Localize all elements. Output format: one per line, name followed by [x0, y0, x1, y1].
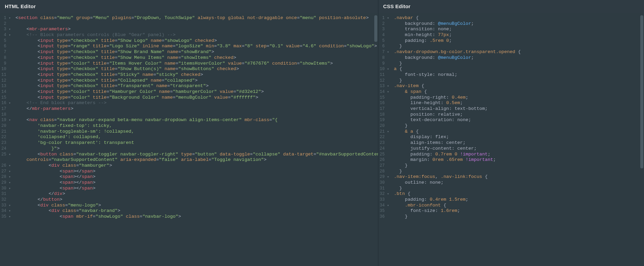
html-editor-panel: HTML Editor 1▾ 2 3▾ 4▾ 5 6 7 8 9 10 11 1… — [0, 0, 378, 266]
html-editor-title: HTML Editor — [0, 0, 378, 13]
css-editor-panel: CSS Editor 1▾ 2 3 4 5 6 7▾ 8 9 10▾11 12 … — [378, 0, 644, 266]
css-scrollbar-thumb[interactable] — [640, 15, 643, 168]
html-scrollbar[interactable] — [374, 15, 377, 264]
workspace: HTML Editor 1▾ 2 3▾ 4▾ 5 6 7 8 9 10 11 1… — [0, 0, 644, 266]
css-editor-area[interactable]: 1▾ 2 3 4 5 6 7▾ 8 9 10▾11 12 13▾14▾15 16… — [378, 13, 644, 266]
css-editor-title: CSS Editor — [378, 0, 644, 13]
css-scrollbar[interactable] — [640, 15, 643, 264]
html-scrollbar-thumb[interactable] — [374, 15, 377, 42]
css-line-gutter[interactable]: 1▾ 2 3 4 5 6 7▾ 8 9 10▾11 12 13▾14▾15 16… — [378, 13, 392, 266]
html-editor-area[interactable]: 1▾ 2 3▾ 4▾ 5 6 7 8 9 10 11 12 13 14 15 1… — [0, 13, 378, 266]
html-code-content[interactable]: <section class="menu" group="Menu" plugi… — [13, 13, 378, 266]
html-line-gutter[interactable]: 1▾ 2 3▾ 4▾ 5 6 7 8 9 10 11 12 13 14 15 1… — [0, 13, 13, 266]
css-code-content[interactable]: .navbar { background: @menuBgColor; tran… — [392, 13, 644, 266]
